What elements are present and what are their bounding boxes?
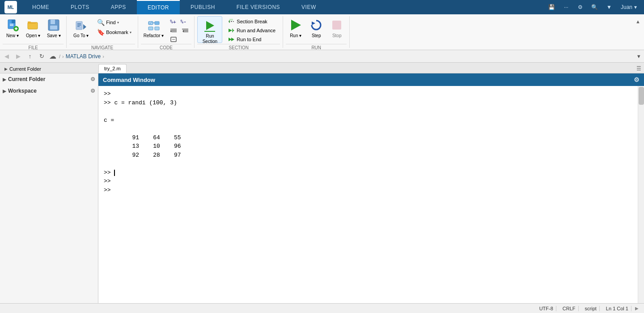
cmd-line-1: >> xyxy=(104,90,632,99)
command-window-gear[interactable]: ⚙ xyxy=(634,76,640,83)
path-refresh-button[interactable]: ↻ xyxy=(37,51,47,61)
refactor-button[interactable]: fx Refactor ▾ xyxy=(141,16,167,43)
current-folder-arrow: ▶ xyxy=(3,77,6,82)
workspace-arrow: ▶ xyxy=(3,89,6,94)
user-dropdown-icon: ▾ xyxy=(634,4,637,10)
cmd-blank-1 xyxy=(104,107,632,116)
run-button[interactable]: Run ▾ xyxy=(286,16,305,43)
panel-tab-arrow: ▶ xyxy=(4,67,8,71)
nav-right-area: 💾 ··· ⚙ 🔍 ▼ Juan ▾ xyxy=(542,0,644,14)
run-to-end-button[interactable]: Run to End xyxy=(225,35,278,44)
navigate-group-items: Go To ▾ 🔍 Find ▾ 🔖 Bookmark ▾ xyxy=(69,16,135,43)
tab-view[interactable]: VIEW xyxy=(291,0,327,14)
status-bar: UTF-8 CRLF script Ln 1 Col 1 ▶ xyxy=(0,303,644,313)
navigate-group-label: NAVIGATE xyxy=(69,44,135,51)
position-status: Ln 1 Col 1 xyxy=(603,306,631,311)
tab-publish[interactable]: PUBLISH xyxy=(180,0,226,14)
open-button[interactable]: Open ▾ xyxy=(23,16,43,43)
wrap-code-button[interactable] xyxy=(168,35,179,43)
save-label: Save ▾ xyxy=(47,33,61,39)
command-window: Command Window ⚙ >> >> c = randi (100, 3… xyxy=(98,73,644,303)
cmd-line-2: >> c = randi (100, 3) xyxy=(104,99,632,107)
command-window-title: Command Window xyxy=(103,77,155,83)
outdent-button[interactable] xyxy=(180,26,191,34)
path-back-button[interactable]: ◀ xyxy=(2,51,12,61)
bookmark-label: Bookmark xyxy=(106,30,128,35)
tab-plots[interactable]: PLOTS xyxy=(60,0,100,14)
svg-marker-42 xyxy=(291,20,301,30)
run-section-icon xyxy=(203,18,217,33)
scroll-thumb[interactable] xyxy=(639,87,644,105)
run-group-items: Run ▾ Step Stop xyxy=(286,16,347,43)
cmd-line-extra-1: >> xyxy=(104,177,632,186)
cmd-data-row-3: 92 28 97 xyxy=(104,151,632,160)
more-nav-button[interactable]: ··· xyxy=(560,2,572,13)
run-section-button[interactable]: Run Section xyxy=(197,16,222,43)
content-area: Command Window ⚙ >> >> c = randi (100, 3… xyxy=(98,73,644,303)
section-break-icon xyxy=(228,18,235,25)
goto-label: Go To ▾ xyxy=(73,33,89,39)
percent-remove-button[interactable]: %- xyxy=(179,18,188,26)
top-navigation: ML HOME PLOTS APPS EDITOR PUBLISH FILE V… xyxy=(0,0,644,14)
stop-label: Stop xyxy=(332,33,342,39)
find-icon: 🔍 xyxy=(97,19,105,26)
run-advance-label: Run and Advance xyxy=(237,28,275,33)
sidebar-current-folder[interactable]: ▶ Current Folder ⚙ xyxy=(0,73,98,85)
section-group-items: Run Section Section Break Run and Advanc… xyxy=(197,16,280,43)
settings-nav-button[interactable]: ⚙ xyxy=(574,2,587,13)
username-label: Juan xyxy=(621,4,632,10)
goto-button[interactable]: Go To ▾ xyxy=(69,16,93,43)
path-up-button[interactable]: ↑ xyxy=(25,51,35,61)
panel-tabs-options[interactable]: ☰ xyxy=(634,64,644,73)
step-button[interactable]: Step xyxy=(306,16,326,43)
search-nav-button[interactable]: 🔍 xyxy=(589,2,601,13)
ribbon-group-navigate: Go To ▾ 🔍 Find ▾ 🔖 Bookmark ▾ NAVIGATE xyxy=(67,16,138,48)
run-group-label: RUN xyxy=(286,44,347,51)
encoding-status: UTF-8 xyxy=(537,306,556,311)
tab-editor[interactable]: EDITOR xyxy=(137,0,180,14)
tab-apps[interactable]: APPS xyxy=(100,0,137,14)
path-dropdown-button[interactable]: ▾ xyxy=(636,53,642,60)
current-folder-panel-tab[interactable]: ▶ Current Folder xyxy=(0,65,46,73)
new-button[interactable]: New ▾ xyxy=(3,16,22,43)
run-to-end-label: Run to End xyxy=(237,37,261,42)
path-bar: ◀ ▶ ↑ ↻ ☁ / › MATLAB Drive › ▾ xyxy=(0,50,644,63)
command-window-scrollbar[interactable] xyxy=(638,86,644,303)
find-button[interactable]: 🔍 Find ▾ xyxy=(95,18,133,27)
nav-dropdown-button[interactable]: ▼ xyxy=(603,2,615,13)
svg-rect-44 xyxy=(332,21,341,30)
svg-marker-37 xyxy=(229,29,232,32)
command-window-body[interactable]: >> >> c = randi (100, 3) c = 91 64 55 13… xyxy=(98,86,638,303)
section-break-button[interactable]: Section Break xyxy=(225,17,278,26)
run-section-label: Run Section xyxy=(203,34,217,44)
run-and-advance-button[interactable]: Run and Advance xyxy=(225,26,278,35)
cmd-output-label: c = xyxy=(104,116,632,125)
svg-marker-15 xyxy=(83,24,86,30)
bookmark-button[interactable]: 🔖 Bookmark ▾ xyxy=(95,28,133,37)
new-label: New ▾ xyxy=(6,33,19,39)
tab-home[interactable]: HOME xyxy=(21,0,60,14)
current-folder-settings-icon[interactable]: ⚙ xyxy=(90,76,95,82)
tab-file-versions[interactable]: FILE VERSIONS xyxy=(226,0,291,14)
workspace-settings-icon[interactable]: ⚙ xyxy=(90,88,95,94)
save-nav-button[interactable]: 💾 xyxy=(546,2,558,13)
save-icon xyxy=(47,18,61,32)
path-matlab-drive[interactable]: MATLAB Drive xyxy=(66,53,101,60)
code-group-label: CODE xyxy=(141,44,192,51)
path-forward-button[interactable]: ▶ xyxy=(13,51,23,61)
open-icon xyxy=(26,18,40,32)
save-button[interactable]: Save ▾ xyxy=(44,16,64,43)
svg-rect-20 xyxy=(148,27,153,30)
run-icon xyxy=(288,18,303,32)
percent-add-button[interactable]: %+ xyxy=(168,18,178,26)
line-ending-status: CRLF xyxy=(560,306,579,311)
sidebar-workspace[interactable]: ▶ Workspace ⚙ xyxy=(0,85,98,97)
indent-button[interactable] xyxy=(168,26,179,34)
editor-file-tab[interactable]: try_2.m xyxy=(98,64,127,73)
stop-button[interactable]: Stop xyxy=(327,16,347,43)
run-advance-icon xyxy=(228,27,235,34)
status-scroll-right[interactable]: ▶ xyxy=(635,306,640,311)
ribbon-collapse-button[interactable]: ▲ xyxy=(634,18,642,25)
user-menu[interactable]: Juan ▾ xyxy=(617,4,640,10)
section-group-label: SECTION xyxy=(197,44,280,51)
